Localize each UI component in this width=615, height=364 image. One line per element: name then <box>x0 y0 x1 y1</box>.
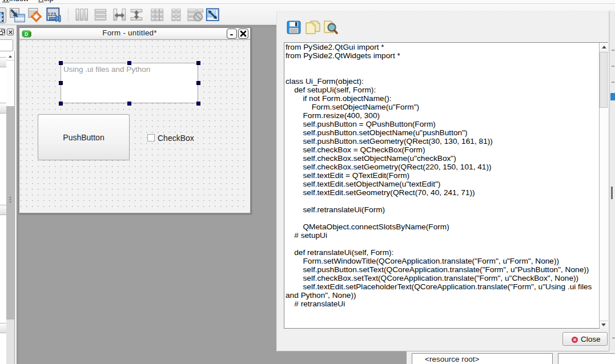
svg-text:123: 123 <box>47 11 56 17</box>
